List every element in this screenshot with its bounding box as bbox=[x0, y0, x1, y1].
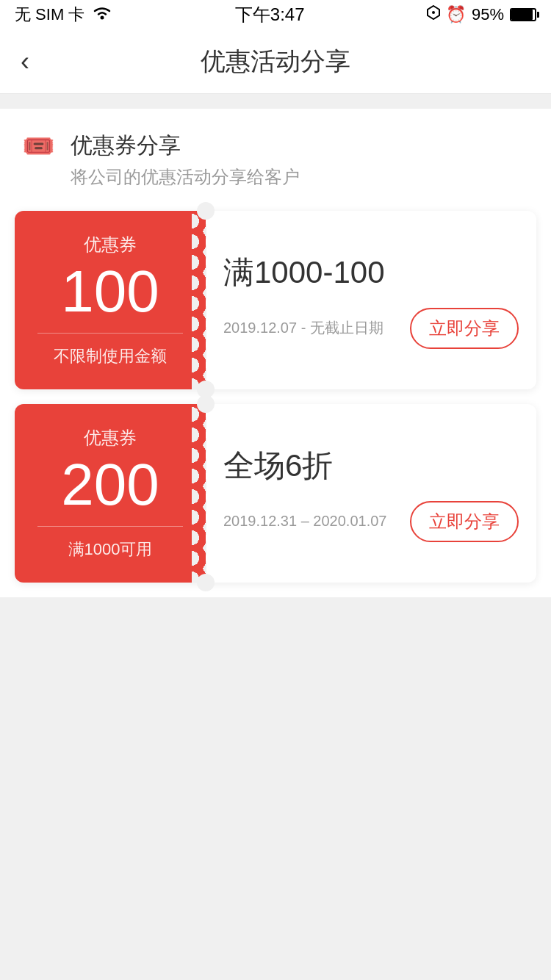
coupon-name-2: 全场6折 bbox=[223, 445, 519, 486]
coupon-date-2: 2019.12.31 – 2020.01.07 bbox=[223, 513, 386, 530]
svg-point-1 bbox=[432, 11, 435, 14]
coupon-name-1: 满1000-100 bbox=[223, 252, 519, 293]
section-subtitle: 将公司的优惠活动分享给客户 bbox=[71, 165, 300, 189]
coupon-left-1: 优惠券 100 不限制使用金额 bbox=[15, 211, 206, 389]
nav-bar: ‹ 优惠活动分享 bbox=[0, 29, 551, 94]
coupon-label-1: 优惠券 bbox=[84, 233, 137, 256]
coupon-meta-2: 2019.12.31 – 2020.01.07 立即分享 bbox=[223, 501, 519, 542]
battery-icon bbox=[510, 8, 536, 21]
share-button-1[interactable]: 立即分享 bbox=[410, 308, 519, 349]
coupon-notch-bottom-2 bbox=[197, 574, 215, 591]
coupon-icon: 🎟️ bbox=[22, 131, 59, 167]
coupon-notch-top-2 bbox=[197, 395, 215, 413]
carrier-label: 无 SIM 卡 bbox=[15, 4, 84, 26]
section-header: 🎟️ 优惠券分享 将公司的优惠活动分享给客户 bbox=[0, 109, 551, 203]
content-bg bbox=[0, 597, 551, 980]
coupon-notch-top-1 bbox=[197, 202, 215, 220]
battery-percentage: 95% bbox=[472, 5, 504, 24]
location-icon bbox=[427, 5, 440, 24]
coupon-right-2: 全场6折 2019.12.31 – 2020.01.07 立即分享 bbox=[206, 404, 536, 583]
coupon-divider-2 bbox=[37, 526, 183, 527]
nav-title: 优惠活动分享 bbox=[201, 45, 350, 79]
coupon-card-2: 优惠券 200 满1000可用 全场6折 2019.12.31 – 2020.0… bbox=[15, 404, 536, 583]
svg-point-0 bbox=[101, 16, 104, 20]
status-right: ⏰ 95% bbox=[427, 5, 536, 24]
wifi-icon bbox=[92, 4, 112, 25]
share-button-2[interactable]: 立即分享 bbox=[410, 501, 519, 542]
coupon-condition-1: 不限制使用金额 bbox=[54, 345, 167, 367]
coupon-meta-1: 2019.12.07 - 无截止日期 立即分享 bbox=[223, 308, 519, 349]
back-button[interactable]: ‹ bbox=[21, 46, 29, 77]
coupon-card-1: 优惠券 100 不限制使用金额 满1000-100 2019.12.07 - 无… bbox=[15, 211, 536, 389]
coupon-list: 优惠券 100 不限制使用金额 满1000-100 2019.12.07 - 无… bbox=[0, 203, 551, 597]
alarm-icon: ⏰ bbox=[446, 5, 466, 24]
coupon-divider-1 bbox=[37, 333, 183, 334]
status-left: 无 SIM 卡 bbox=[15, 4, 112, 26]
status-bar: 无 SIM 卡 下午3:47 ⏰ 95% bbox=[0, 0, 551, 29]
coupon-condition-2: 满1000可用 bbox=[68, 538, 153, 561]
coupon-amount-1: 100 bbox=[61, 262, 159, 321]
coupon-date-1: 2019.12.07 - 无截止日期 bbox=[223, 318, 383, 338]
section-text: 优惠券分享 将公司的优惠活动分享给客户 bbox=[71, 131, 300, 189]
coupon-right-1: 满1000-100 2019.12.07 - 无截止日期 立即分享 bbox=[206, 211, 536, 389]
coupon-label-2: 优惠券 bbox=[84, 426, 137, 450]
coupon-amount-2: 200 bbox=[61, 455, 159, 514]
coupon-left-2: 优惠券 200 满1000可用 bbox=[15, 404, 206, 583]
status-time: 下午3:47 bbox=[235, 3, 305, 26]
section-title: 优惠券分享 bbox=[71, 131, 300, 161]
